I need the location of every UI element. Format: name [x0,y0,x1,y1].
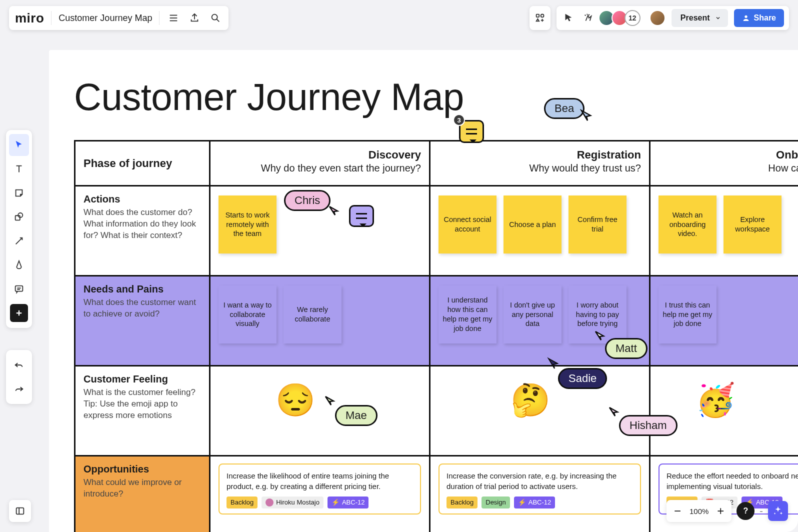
comment-lines-icon [466,128,477,134]
opportunity-card[interactable]: Increase the conversion rate, e.g. by in… [438,464,641,514]
phase-of-journey-label: Phase of journey [76,142,210,186]
tag-person[interactable]: Hiroku Mostajo [262,496,324,508]
add-tool[interactable] [10,304,28,322]
app-logo[interactable]: miro [15,10,44,26]
left-toolbar [6,130,32,328]
avatar-self[interactable] [650,10,666,26]
sticky-note[interactable]: Watch an onboarding video. [658,196,716,254]
sticky-note[interactable]: I understand how this can help me get my… [438,286,496,344]
svg-rect-5 [536,14,539,18]
zoom-in-button[interactable]: + [716,504,726,518]
row-header-opportunities: Opportunities What could we improve or i… [76,456,210,532]
search-icon[interactable] [208,11,222,25]
sticky-note[interactable]: We rarely collaborate [284,286,342,344]
cursor-arrow-icon [594,330,606,342]
zoom-cluster: − 100% + ? - [666,500,788,522]
row-header-actions: Actions What does the customer do? What … [76,186,210,276]
cell-registration-opportunities[interactable]: Increase the conversion rate, e.g. by in… [430,456,650,532]
comment-bubble[interactable] [349,205,374,227]
cell-onboarding-actions[interactable]: Watch an onboarding video. Explore works… [650,186,798,276]
ai-assist-button[interactable] [768,501,788,521]
hamburger-icon[interactable] [166,11,180,25]
svg-point-7 [744,16,747,18]
cursor-arrow-icon [324,395,336,407]
comment-count-badge: 3 [453,114,465,126]
cursor-arrow-icon [328,205,340,217]
zoom-out-button[interactable]: − [672,504,682,518]
emoji-thinking[interactable]: 🤔 [510,382,550,419]
reactions-icon[interactable] [582,11,596,25]
emoji-pensive[interactable]: 😔 [276,382,316,419]
divider [51,11,52,25]
cell-onboarding-needs[interactable]: I trust this can help me get my job done [650,276,798,366]
select-tool[interactable] [9,134,29,156]
sticky-note[interactable]: Connect social account [438,196,496,254]
comment-thread[interactable]: 3 [459,120,484,143]
cursor-arrow-icon [580,109,593,122]
undo-redo-cluster [6,350,32,404]
board-title[interactable]: Customer Journey Map [58,13,152,24]
tag-backlog[interactable]: Backlog [226,496,258,508]
share-button[interactable]: Share [734,9,784,27]
column-header-registration: Registration Why would they trust us? [430,142,650,186]
canvas-title[interactable]: Customer Journey Map [74,75,464,118]
pen-tool[interactable] [9,254,29,276]
cursor-arrow-icon [608,406,620,418]
tag-backlog[interactable]: Backlog [446,496,478,508]
user-cursor-bea: Bea [544,98,584,119]
avatar-overflow[interactable]: 12 [624,10,640,26]
cell-discovery-needs[interactable]: I want a way to collaborate visually We … [210,276,430,366]
comment-tool[interactable] [9,278,29,300]
opportunity-text: Increase the likelihood of entire teams … [226,470,413,492]
redo-button[interactable] [9,378,29,400]
journey-grid: Phase of journey Discovery Why do they e… [74,140,798,532]
svg-rect-13 [16,508,24,514]
topbar-right: 12 Present Share [530,6,789,30]
apps-button[interactable] [530,6,550,30]
sticky-note[interactable]: I want a way to collaborate visually [218,286,276,344]
panel-toggle-button[interactable] [9,500,31,522]
canvas[interactable]: Customer Journey Map Bea 3 Phase of jour… [49,50,798,532]
sticky-note[interactable]: Explore workspace [724,196,782,254]
opportunity-card[interactable]: Increase the likelihood of entire teams … [218,464,421,514]
cell-discovery-feeling[interactable]: 😔 [210,366,430,456]
chevron-down-icon [715,15,721,21]
collab-cluster: 12 Present Share [556,6,789,30]
sticky-note[interactable]: I don't give up any personal data [504,286,562,344]
svg-point-3 [212,14,218,20]
shape-tool[interactable] [9,206,29,228]
cursor-mode-icon[interactable] [562,11,576,25]
export-icon[interactable] [188,11,202,25]
avatar-stack[interactable]: 12 [602,10,640,26]
sticky-note[interactable]: Choose a plan [504,196,562,254]
divider [159,11,160,25]
column-header-onboarding: Onboarding and How can they feel su [650,142,798,186]
cursor-arrow-icon [547,357,560,370]
present-button[interactable]: Present [672,9,728,27]
cell-discovery-opportunities[interactable]: Increase the likelihood of entire teams … [210,456,430,532]
undo-button[interactable] [9,354,29,376]
cell-registration-actions[interactable]: Connect social account Choose a plan Con… [430,186,650,276]
cell-discovery-actions[interactable]: Starts to work remotely with the team [210,186,430,276]
row-header-needs: Needs and Pains What does the customer w… [76,276,210,366]
help-button[interactable]: ? [736,502,754,520]
emoji-party[interactable]: 🥳 [696,382,736,419]
cell-onboarding-feeling[interactable]: 🥳 [650,366,798,456]
zoom-level[interactable]: 100% [690,507,708,516]
tag-abc[interactable]: ⚡ ABC-12 [328,496,369,508]
sticky-note[interactable]: Starts to work remotely with the team [218,196,276,254]
sticky-note[interactable]: Confirm free trial [568,196,626,254]
cell-registration-needs[interactable]: I understand how this can help me get my… [430,276,650,366]
tag-design[interactable]: Design [482,496,510,508]
person-icon [742,14,750,22]
tag-abc[interactable]: ⚡ ABC-12 [514,496,556,508]
sticky-tool[interactable] [9,182,29,204]
separator: - [760,506,763,517]
line-tool[interactable] [9,230,29,252]
opportunity-text: Reduce the effort needed to onboard new … [666,470,798,492]
row-header-feeling: Customer Feeling What is the customer fe… [76,366,210,456]
opportunity-text: Increase the conversion rate, e.g. by in… [446,470,633,492]
svg-rect-8 [16,216,20,220]
sticky-note[interactable]: I trust this can help me get my job done [658,286,716,344]
text-tool[interactable] [9,158,29,180]
